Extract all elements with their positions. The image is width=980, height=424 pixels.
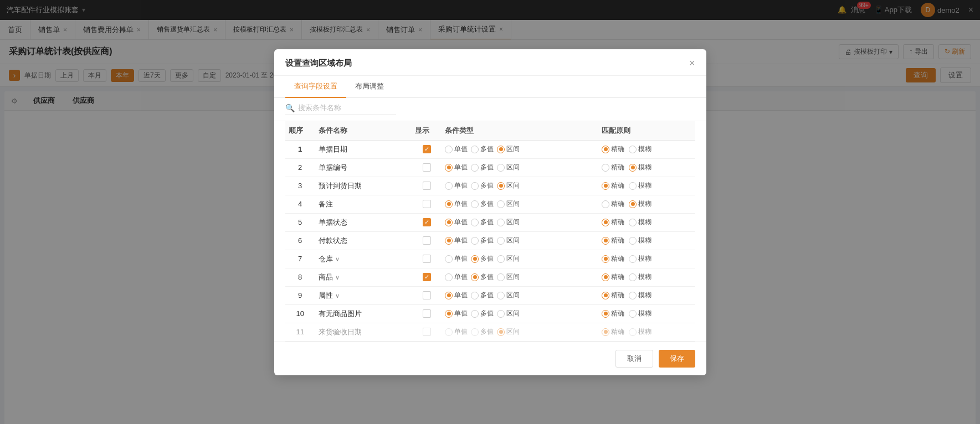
match-radio-精确[interactable]: 精确 [602,291,624,300]
row-display[interactable] [412,304,442,323]
row-display[interactable] [412,177,442,195]
type-radio-单值[interactable]: 单值 [445,199,468,209]
match-radio-模糊[interactable]: 模糊 [629,272,651,282]
row-display[interactable] [412,286,442,304]
type-radio-区间[interactable]: 区间 [497,144,520,154]
type-radio-多值[interactable]: 多值 [471,236,494,245]
match-radio-精确[interactable]: 精确 [602,199,624,209]
type-radio-单值[interactable]: 单值 [445,272,468,282]
match-radio-circle [629,146,637,153]
row-match: 精确模糊 [598,195,695,213]
type-radio-多值[interactable]: 多值 [471,327,494,337]
match-radio-模糊[interactable]: 模糊 [629,163,651,172]
row-type: 单值多值区间 [442,231,598,250]
col-match: 匹配原则 [598,121,695,141]
row-display[interactable] [412,213,442,231]
match-radio-circle [629,328,637,336]
radio-circle [497,328,505,336]
row-order: 7 [285,250,315,268]
save-button[interactable]: 保存 [659,350,695,368]
match-radio-模糊[interactable]: 模糊 [629,309,651,318]
type-radio-区间[interactable]: 区间 [497,254,520,263]
row-name: 来货验收日期 [315,323,412,341]
type-radio-区间[interactable]: 区间 [497,236,520,245]
type-radio-区间[interactable]: 区间 [497,327,520,337]
match-radio-模糊[interactable]: 模糊 [629,144,651,154]
type-radio-多值[interactable]: 多值 [471,254,494,263]
match-radio-模糊[interactable]: 模糊 [629,218,651,227]
radio-circle [445,219,453,226]
search-input[interactable] [298,104,387,112]
match-radio-模糊[interactable]: 模糊 [629,199,651,209]
match-radio-精确[interactable]: 精确 [602,272,624,282]
display-checkbox[interactable] [423,218,431,226]
type-radio-区间[interactable]: 区间 [497,199,520,209]
row-display[interactable] [412,250,442,268]
type-radio-单值[interactable]: 单值 [445,236,468,245]
type-radio-多值[interactable]: 多值 [471,291,494,300]
type-radio-区间[interactable]: 区间 [497,218,520,227]
display-checkbox[interactable] [423,236,431,245]
type-radio-区间[interactable]: 区间 [497,272,520,282]
type-radio-单值[interactable]: 单值 [445,254,468,263]
row-display[interactable] [412,158,442,177]
type-radio-单值[interactable]: 单值 [445,291,468,300]
row-type: 单值多值区间 [442,195,598,213]
row-type: 单值多值区间 [442,158,598,177]
type-radio-多值[interactable]: 多值 [471,218,494,227]
display-checkbox[interactable] [423,273,431,281]
display-checkbox[interactable] [423,182,431,190]
type-radio-区间[interactable]: 区间 [497,163,520,172]
match-radio-模糊[interactable]: 模糊 [629,236,651,245]
match-radio-精确[interactable]: 精确 [602,181,624,190]
type-radio-单值[interactable]: 单值 [445,144,468,154]
type-radio-区间[interactable]: 区间 [497,181,520,190]
match-radio-模糊[interactable]: 模糊 [629,291,651,300]
row-display[interactable] [412,268,442,286]
row-order: 3 [285,177,315,195]
row-display[interactable] [412,140,442,158]
type-radio-单值[interactable]: 单值 [445,327,468,337]
type-radio-多值[interactable]: 多值 [471,181,494,190]
radio-circle [471,273,479,281]
display-checkbox[interactable] [423,145,431,153]
type-radio-区间[interactable]: 区间 [497,291,520,300]
row-display[interactable] [412,231,442,250]
display-checkbox[interactable] [423,309,431,318]
display-checkbox[interactable] [423,291,431,299]
type-radio-多值[interactable]: 多值 [471,144,494,154]
type-radio-单值[interactable]: 单值 [445,163,468,172]
dialog-close-button[interactable]: × [689,58,695,68]
type-radio-多值[interactable]: 多值 [471,272,494,282]
dialog-tab-layout[interactable]: 布局调整 [346,76,393,98]
display-checkbox[interactable] [423,255,431,263]
row-display[interactable] [412,195,442,213]
type-radio-多值[interactable]: 多值 [471,309,494,318]
match-radio-模糊[interactable]: 模糊 [629,327,651,337]
match-radio-模糊[interactable]: 模糊 [629,254,651,263]
match-radio-精确[interactable]: 精确 [602,163,624,172]
type-radio-单值[interactable]: 单值 [445,181,468,190]
type-radio-单值[interactable]: 单值 [445,309,468,318]
match-radio-精确[interactable]: 精确 [602,327,624,337]
cancel-button[interactable]: 取消 [615,350,653,368]
row-display[interactable] [412,323,442,341]
dialog-title: 设置查询区域布局 [285,58,352,69]
display-checkbox[interactable] [423,163,431,172]
match-radio-精确[interactable]: 精确 [602,254,624,263]
match-radio-精确[interactable]: 精确 [602,218,624,227]
row-order: 2 [285,158,315,177]
display-checkbox[interactable] [423,200,431,208]
type-radio-区间[interactable]: 区间 [497,309,520,318]
type-radio-多值[interactable]: 多值 [471,199,494,209]
match-radio-精确[interactable]: 精确 [602,309,624,318]
type-radio-单值[interactable]: 单值 [445,218,468,227]
row-match: 精确模糊 [598,140,695,158]
match-radio-精确[interactable]: 精确 [602,144,624,154]
match-radio-模糊[interactable]: 模糊 [629,181,651,190]
display-checkbox[interactable] [423,328,431,336]
dialog-tab-query[interactable]: 查询字段设置 [285,76,346,98]
match-radio-精确[interactable]: 精确 [602,236,624,245]
row-match: 精确模糊 [598,213,695,231]
type-radio-多值[interactable]: 多值 [471,163,494,172]
